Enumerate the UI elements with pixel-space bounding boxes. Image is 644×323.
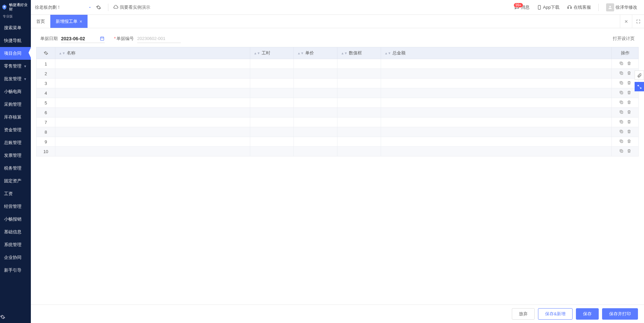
cell[interactable]: [294, 147, 337, 156]
cell[interactable]: [55, 108, 250, 118]
nav-item-18[interactable]: 企业协同: [0, 251, 31, 264]
cell[interactable]: [294, 88, 337, 98]
cell[interactable]: [337, 88, 381, 98]
cell[interactable]: [337, 147, 381, 156]
cell[interactable]: [250, 137, 294, 147]
cell[interactable]: [250, 79, 294, 88]
discard-button[interactable]: 放弃: [512, 308, 535, 320]
cell[interactable]: [294, 127, 337, 137]
nav-item-15[interactable]: 小畅报销: [0, 213, 31, 226]
nav-item-7[interactable]: 库存核算: [0, 111, 31, 124]
cell[interactable]: [55, 79, 250, 88]
nav-item-1[interactable]: 快捷导航: [0, 34, 31, 47]
delete-row-icon[interactable]: [627, 100, 631, 104]
cell[interactable]: [250, 69, 294, 79]
copy-row-icon[interactable]: [619, 120, 624, 124]
attachment-button[interactable]: [635, 71, 644, 80]
col-name[interactable]: ▲▼名称: [55, 47, 250, 59]
cell[interactable]: [294, 69, 337, 79]
delete-row-icon[interactable]: [627, 139, 631, 143]
cell[interactable]: [55, 137, 250, 147]
nav-item-3[interactable]: 零售管理▼: [0, 60, 31, 73]
delete-row-icon[interactable]: [627, 149, 631, 153]
company-selector[interactable]: 徐老板勿删！: [35, 4, 92, 10]
cell[interactable]: [55, 127, 250, 137]
cell[interactable]: [381, 147, 612, 156]
nav-item-4[interactable]: 批发管理▼: [0, 73, 31, 85]
user-menu[interactable]: 徐泽华修改: [603, 3, 640, 11]
nav-item-11[interactable]: 税务管理: [0, 162, 31, 175]
copy-row-icon[interactable]: [619, 110, 624, 114]
open-design-link[interactable]: 打开设计页: [613, 36, 635, 42]
cell[interactable]: [381, 79, 612, 88]
code-input[interactable]: [137, 34, 181, 43]
expand-button[interactable]: [635, 82, 644, 91]
nav-item-0[interactable]: 搜索菜单: [0, 21, 31, 34]
save-new-button[interactable]: 保存&新增: [538, 308, 573, 320]
cell[interactable]: [250, 98, 294, 108]
cell[interactable]: [381, 59, 612, 69]
cell[interactable]: [250, 127, 294, 137]
nav-item-19[interactable]: 新手引导: [0, 264, 31, 277]
close-icon[interactable]: ×: [79, 19, 82, 24]
messages-button[interactable]: 99+ 消息: [512, 4, 532, 10]
cell[interactable]: [294, 108, 337, 118]
copy-row-icon[interactable]: [619, 61, 624, 65]
cell[interactable]: [337, 79, 381, 88]
copy-row-icon[interactable]: [619, 71, 624, 75]
copy-row-icon[interactable]: [619, 139, 624, 143]
cell[interactable]: [55, 147, 250, 156]
delete-row-icon[interactable]: [627, 90, 631, 95]
cell[interactable]: [250, 108, 294, 118]
cell[interactable]: [294, 79, 337, 88]
tab-1[interactable]: 新增报工单×: [50, 15, 88, 28]
col-total[interactable]: ▲▼总金额: [381, 47, 612, 59]
cell[interactable]: [250, 118, 294, 127]
cell[interactable]: [55, 98, 250, 108]
tab-0[interactable]: 首页: [31, 15, 50, 28]
nav-item-13[interactable]: 工资: [0, 187, 31, 200]
nav-item-6[interactable]: 采购管理: [0, 98, 31, 111]
cell[interactable]: [337, 59, 381, 69]
cell[interactable]: [337, 118, 381, 127]
cell[interactable]: [381, 98, 612, 108]
cell[interactable]: [55, 118, 250, 127]
cell[interactable]: [294, 118, 337, 127]
copy-row-icon[interactable]: [619, 149, 624, 153]
cell[interactable]: [381, 69, 612, 79]
delete-row-icon[interactable]: [627, 71, 631, 75]
support-button[interactable]: 在线客服: [564, 4, 594, 10]
cell[interactable]: [381, 127, 612, 137]
copy-row-icon[interactable]: [619, 100, 624, 104]
save-print-button[interactable]: 保存并打印: [602, 308, 638, 320]
cell[interactable]: [294, 98, 337, 108]
delete-row-icon[interactable]: [627, 129, 631, 134]
nav-item-9[interactable]: 总账管理: [0, 136, 31, 149]
cell[interactable]: [337, 69, 381, 79]
save-button[interactable]: 保存: [576, 308, 599, 320]
col-settings[interactable]: [37, 47, 55, 59]
nav-item-12[interactable]: 固定资产: [0, 175, 31, 187]
cell[interactable]: [250, 59, 294, 69]
cell[interactable]: [381, 118, 612, 127]
nav-item-17[interactable]: 系统管理: [0, 238, 31, 251]
cell[interactable]: [337, 108, 381, 118]
delete-row-icon[interactable]: [627, 120, 631, 124]
delete-row-icon[interactable]: [627, 81, 631, 85]
cell[interactable]: [337, 98, 381, 108]
copy-row-icon[interactable]: [619, 129, 624, 134]
col-hours[interactable]: ▲▼工时: [250, 47, 294, 59]
cell[interactable]: [55, 59, 250, 69]
date-input[interactable]: 2023-06-02: [61, 35, 105, 43]
cell[interactable]: [294, 137, 337, 147]
cell[interactable]: [337, 137, 381, 147]
settings-icon[interactable]: [94, 3, 103, 12]
nav-item-8[interactable]: 资金管理: [0, 124, 31, 136]
cell[interactable]: [381, 137, 612, 147]
cell[interactable]: [337, 127, 381, 137]
cell[interactable]: [381, 88, 612, 98]
cell[interactable]: [381, 108, 612, 118]
col-price[interactable]: ▲▼单价: [294, 47, 337, 59]
col-number[interactable]: ▲▼数值框: [337, 47, 381, 59]
app-download-button[interactable]: App下载: [534, 4, 562, 10]
